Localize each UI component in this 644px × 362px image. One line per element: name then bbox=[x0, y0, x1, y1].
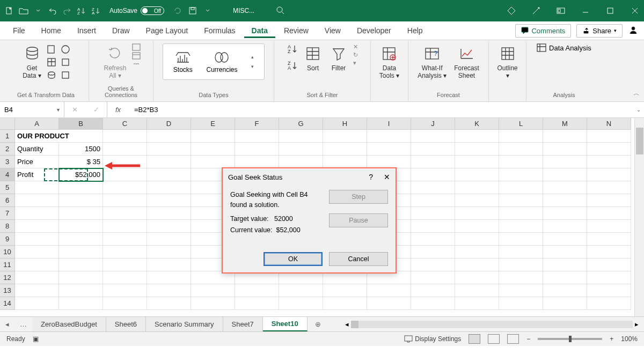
cell[interactable] bbox=[411, 271, 455, 284]
cell[interactable] bbox=[103, 130, 147, 143]
cell[interactable] bbox=[411, 233, 455, 246]
cell[interactable] bbox=[543, 156, 587, 168]
cell[interactable] bbox=[411, 194, 455, 207]
row-header[interactable]: 1 bbox=[0, 130, 15, 143]
cell[interactable] bbox=[323, 156, 367, 168]
column-header[interactable]: B bbox=[59, 118, 103, 130]
cell[interactable] bbox=[499, 233, 543, 246]
column-header[interactable]: J bbox=[411, 118, 455, 130]
sort-az-icon[interactable]: AZ bbox=[287, 43, 298, 56]
cell[interactable] bbox=[367, 156, 411, 168]
sheet-tab[interactable]: Sheet6 bbox=[106, 317, 146, 331]
row-header[interactable]: 4 bbox=[0, 168, 15, 181]
cell[interactable] bbox=[455, 194, 499, 207]
get-data-button[interactable]: GetData ▾ bbox=[20, 43, 43, 81]
cell[interactable]: Quantity bbox=[15, 143, 59, 156]
data-types-gallery[interactable]: Stocks Currencies ▴▾ bbox=[163, 43, 265, 80]
cell[interactable] bbox=[543, 168, 587, 181]
cell[interactable] bbox=[15, 271, 59, 284]
cell[interactable] bbox=[587, 284, 631, 297]
column-header[interactable]: G bbox=[279, 118, 323, 130]
cell[interactable] bbox=[587, 194, 631, 207]
cell[interactable] bbox=[367, 143, 411, 156]
chevron-down-icon[interactable] bbox=[33, 6, 43, 16]
row-header[interactable]: 11 bbox=[0, 258, 15, 271]
cell[interactable] bbox=[103, 181, 147, 194]
maximize-icon[interactable] bbox=[605, 6, 615, 16]
help-icon[interactable]: ? bbox=[369, 173, 373, 181]
tab-data[interactable]: Data bbox=[244, 23, 275, 38]
autosave-toggle[interactable]: AutoSave Off bbox=[109, 6, 164, 15]
column-header[interactable]: F bbox=[235, 118, 279, 130]
cell[interactable] bbox=[279, 284, 323, 297]
cell[interactable] bbox=[455, 220, 499, 233]
cell[interactable] bbox=[147, 284, 191, 297]
cell[interactable] bbox=[323, 130, 367, 143]
outline-button[interactable]: Outline▾ bbox=[495, 43, 519, 81]
display-settings-button[interactable]: Display Settings bbox=[404, 335, 461, 343]
cell[interactable] bbox=[103, 246, 147, 258]
cell[interactable] bbox=[455, 130, 499, 143]
sheet-tab[interactable]: Scenario Summary bbox=[146, 317, 223, 331]
cell[interactable] bbox=[587, 156, 631, 168]
other-icon[interactable] bbox=[61, 70, 70, 80]
tab-file[interactable]: File bbox=[5, 23, 33, 38]
pause-button[interactable]: Pause bbox=[329, 213, 388, 227]
row-header[interactable]: 13 bbox=[0, 284, 15, 297]
cell[interactable] bbox=[587, 271, 631, 284]
formula-input[interactable]: =B2*B3 bbox=[129, 102, 633, 117]
cell[interactable] bbox=[411, 156, 455, 168]
tab-developer[interactable]: Developer bbox=[349, 23, 399, 38]
column-header[interactable]: L bbox=[499, 118, 543, 130]
cell[interactable] bbox=[279, 130, 323, 143]
share-button[interactable]: Share▾ bbox=[576, 24, 623, 38]
page-break-view-icon[interactable] bbox=[507, 334, 519, 344]
cell[interactable] bbox=[323, 284, 367, 297]
from-table-icon[interactable] bbox=[47, 57, 56, 67]
cell[interactable] bbox=[59, 246, 103, 258]
cell[interactable] bbox=[411, 246, 455, 258]
cancel-formula-icon[interactable]: ✕ bbox=[72, 106, 78, 114]
cell[interactable] bbox=[147, 220, 191, 233]
save-icon[interactable] bbox=[188, 6, 197, 16]
row-header[interactable]: 5 bbox=[0, 181, 15, 194]
cell[interactable] bbox=[103, 220, 147, 233]
cell[interactable] bbox=[191, 297, 235, 310]
clear-filter-icon[interactable]: ✕ bbox=[353, 43, 358, 50]
wand-icon[interactable] bbox=[531, 6, 541, 16]
cell[interactable] bbox=[455, 143, 499, 156]
sheet-tab[interactable]: Sheet10 bbox=[263, 317, 308, 331]
cell[interactable] bbox=[587, 233, 631, 246]
comments-button[interactable]: Comments bbox=[515, 24, 571, 38]
cell[interactable] bbox=[499, 194, 543, 207]
cell[interactable] bbox=[59, 258, 103, 271]
row-header[interactable]: 7 bbox=[0, 207, 15, 220]
cell[interactable]: Profit bbox=[15, 168, 59, 181]
cell[interactable] bbox=[411, 168, 455, 181]
refresh-all-button[interactable]: RefreshAll ▾ bbox=[101, 43, 128, 81]
forecast-sheet-button[interactable]: ForecastSheet bbox=[452, 43, 481, 81]
cell[interactable] bbox=[543, 194, 587, 207]
close-icon[interactable] bbox=[630, 6, 640, 16]
window-mode-icon[interactable] bbox=[556, 6, 566, 16]
cell[interactable] bbox=[587, 181, 631, 194]
cell[interactable] bbox=[499, 284, 543, 297]
cell[interactable] bbox=[543, 130, 587, 143]
close-icon[interactable]: ✕ bbox=[384, 173, 390, 181]
edit-links-icon[interactable] bbox=[132, 61, 141, 68]
cell[interactable] bbox=[587, 207, 631, 220]
cell[interactable] bbox=[191, 130, 235, 143]
cell[interactable] bbox=[543, 297, 587, 310]
cell[interactable] bbox=[543, 207, 587, 220]
cancel-button[interactable]: Cancel bbox=[329, 252, 388, 266]
cell[interactable] bbox=[587, 297, 631, 310]
cell[interactable] bbox=[367, 284, 411, 297]
cell[interactable]: $52,000 bbox=[59, 168, 103, 181]
row-header[interactable]: 3 bbox=[0, 156, 15, 168]
row-header[interactable]: 14 bbox=[0, 297, 15, 310]
minimize-icon[interactable] bbox=[581, 6, 590, 16]
from-text-icon[interactable] bbox=[47, 45, 56, 54]
cell[interactable] bbox=[587, 143, 631, 156]
normal-view-icon[interactable] bbox=[469, 334, 480, 344]
cell[interactable] bbox=[543, 246, 587, 258]
